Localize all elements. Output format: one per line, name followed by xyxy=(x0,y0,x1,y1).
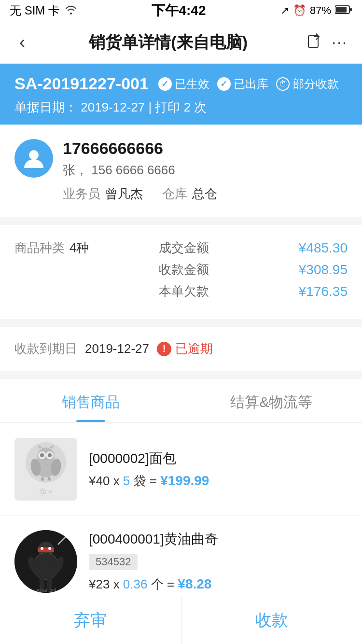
stats-right: 成交金额 ¥485.30 收款金额 ¥308.95 本单欠款 ¥176.35 xyxy=(159,239,348,305)
order-id: SA-20191227-001 xyxy=(14,74,149,93)
product-price-2: ¥23 x 0.36 个 = ¥8.28 xyxy=(89,576,348,593)
overdue-icon: ! xyxy=(157,342,171,356)
svg-rect-3 xyxy=(308,36,318,47)
check-icon-1: ✓ xyxy=(158,77,172,91)
svg-rect-1 xyxy=(336,7,347,13)
back-button[interactable]: ‹ xyxy=(14,28,30,57)
bottom-bar: 弃审 收款 xyxy=(0,596,362,644)
product-image-1: 鱼+ xyxy=(14,438,77,501)
overdue-badge: ! 已逾期 xyxy=(157,340,213,357)
carrier-label: 无 SIM 卡 xyxy=(10,3,60,18)
due-section: 收款到期日 2019-12-27 ! 已逾期 xyxy=(0,327,362,371)
status-left: 无 SIM 卡 xyxy=(10,3,77,18)
product-name-2: [000400001]黄油曲奇 xyxy=(89,530,348,548)
tab-settlement[interactable]: 结算&物流等 xyxy=(181,379,362,422)
status-right: ↗ ⏰ 87% xyxy=(280,4,352,17)
product-price-1: ¥40 x 5 袋 = ¥199.99 xyxy=(89,473,348,490)
stats-left: 商品种类 4种 xyxy=(14,239,149,305)
product-owl-icon: 鱼+ xyxy=(14,438,77,501)
debt-row: 本单欠款 ¥176.35 xyxy=(159,283,348,300)
status-badge-partial: ⏱ 部分收款 xyxy=(276,76,339,92)
customer-meta: 业务员 曾凡杰 仓库 总仓 xyxy=(63,185,348,202)
cancel-audit-button[interactable]: 弃审 xyxy=(0,596,181,644)
list-item: advanced [000400001]黄油曲奇 534532 ¥23 x 0.… xyxy=(0,516,362,608)
customer-info: 17666666666 张， 156 6666 6666 业务员 曾凡杰 仓库 … xyxy=(63,139,348,202)
stats-section: 商品种类 4种 成交金额 ¥485.30 收款金额 ¥308.95 本单欠款 ¥… xyxy=(0,225,362,319)
nav-actions: ··· xyxy=(306,33,348,52)
order-meta: 单据日期： 2019-12-27 | 打印 2 次 xyxy=(14,99,348,116)
product-image-2: advanced xyxy=(14,530,77,593)
location-icon: ↗ xyxy=(280,4,289,17)
svg-point-27 xyxy=(41,547,43,550)
share-icon[interactable] xyxy=(306,33,322,52)
wifi-icon xyxy=(65,4,77,17)
amount-row: 成交金额 ¥485.30 xyxy=(159,239,348,256)
avatar xyxy=(14,139,53,178)
clock-icon: ⏱ xyxy=(276,77,290,91)
warehouse-item: 仓库 总仓 xyxy=(162,185,217,202)
check-icon-2: ✓ xyxy=(217,77,231,91)
nav-bar: ‹ 销货单详情(来自电脑) ··· xyxy=(0,21,362,64)
payment-row: 收款金额 ¥308.95 xyxy=(159,261,348,278)
page-title: 销货单详情(来自电脑) xyxy=(30,31,306,54)
battery-percent: 87% xyxy=(310,4,331,17)
svg-point-10 xyxy=(40,453,44,457)
product-name-1: [0000002]面包 xyxy=(89,449,348,468)
product-info-2: [000400001]黄油曲奇 534532 ¥23 x 0.36 个 = ¥8… xyxy=(89,530,348,593)
svg-point-28 xyxy=(48,547,51,550)
status-badges: ✓ 已生效 ✓ 已出库 ⏱ 部分收款 xyxy=(158,76,339,92)
svg-text:advanced: advanced xyxy=(35,588,56,593)
svg-marker-30 xyxy=(67,534,70,537)
tab-sales-products[interactable]: 销售商品 xyxy=(0,379,181,422)
time-label: 下午4:42 xyxy=(152,1,206,20)
battery-icon xyxy=(335,5,352,17)
order-header: SA-20191227-001 ✓ 已生效 ✓ 已出库 ⏱ 部分收款 单据日期：… xyxy=(0,64,362,125)
alarm-icon: ⏰ xyxy=(293,4,306,17)
status-bar: 无 SIM 卡 下午4:42 ↗ ⏰ 87% xyxy=(0,0,362,21)
customer-section: 17666666666 张， 156 6666 6666 业务员 曾凡杰 仓库 … xyxy=(0,125,362,217)
products-section: 鱼+ [0000002]面包 ¥40 x 5 袋 = ¥199.99 xyxy=(0,423,362,608)
status-badge-effective: ✓ 已生效 xyxy=(158,76,209,92)
customer-phone: 张， 156 6666 6666 xyxy=(63,162,348,179)
tabs-section: 销售商品 结算&物流等 xyxy=(0,379,362,422)
svg-point-11 xyxy=(48,453,52,457)
more-icon[interactable]: ··· xyxy=(332,33,348,51)
product-badge: 534532 xyxy=(89,554,138,570)
svg-rect-26 xyxy=(38,547,54,552)
svg-rect-2 xyxy=(350,8,352,11)
status-badge-shipped: ✓ 已出库 xyxy=(217,76,268,92)
svg-point-4 xyxy=(29,150,39,160)
salesperson-item: 业务员 曾凡杰 xyxy=(63,185,143,202)
product-info-1: [0000002]面包 ¥40 x 5 袋 = ¥199.99 xyxy=(89,449,348,490)
customer-id: 17666666666 xyxy=(63,139,348,158)
list-item: 鱼+ [0000002]面包 ¥40 x 5 袋 = ¥199.99 xyxy=(0,423,362,516)
collect-payment-button[interactable]: 收款 xyxy=(181,596,362,644)
